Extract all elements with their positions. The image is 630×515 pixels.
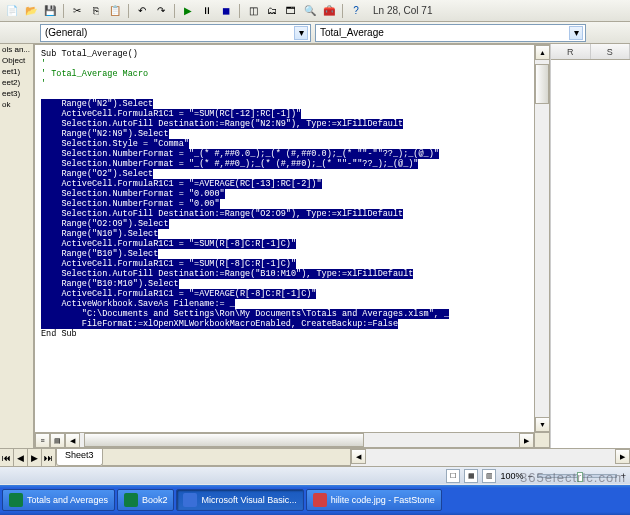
taskbar-item[interactable]: Microsoft Visual Basic... xyxy=(176,489,303,511)
procedure-view-icon[interactable]: ≡ xyxy=(35,433,50,448)
panel-item[interactable]: eet3) xyxy=(0,88,33,99)
design-icon[interactable]: ◫ xyxy=(245,3,261,19)
app-icon xyxy=(183,493,197,507)
code-line[interactable]: Range("B10").Select xyxy=(41,249,543,259)
chevron-down-icon[interactable]: ▾ xyxy=(294,26,308,40)
prev-sheet-icon[interactable]: ◀ xyxy=(14,449,28,466)
redo-icon[interactable]: ↷ xyxy=(153,3,169,19)
separator xyxy=(342,4,343,18)
code-line[interactable]: ActiveCell.FormulaR1C1 = "=AVERAGE(R[-8]… xyxy=(41,289,543,299)
taskbar-item[interactable]: Book2 xyxy=(117,489,175,511)
watermark: 365electric.com xyxy=(520,470,626,485)
panel-item[interactable]: ok xyxy=(0,99,33,110)
code-line[interactable]: ActiveCell.FormulaR1C1 = "=SUM(R[-8]C:R[… xyxy=(41,259,543,269)
code-editor[interactable]: Sub Total_Average()'' Total_Average Macr… xyxy=(35,45,549,343)
chevron-down-icon[interactable]: ▾ xyxy=(569,26,583,40)
code-line[interactable]: Range("O2:O9").Select xyxy=(41,219,543,229)
horizontal-scrollbar[interactable]: ≡ ▤ ◀ ▶ xyxy=(35,432,534,447)
code-line[interactable]: Selection.NumberFormat = "0.000" xyxy=(41,189,543,199)
code-line[interactable]: ActiveCell.FormulaR1C1 = "=SUM(RC[-12]:R… xyxy=(41,109,543,119)
taskbar-item[interactable]: hilite code.jpg - FastStone xyxy=(306,489,442,511)
panel-item[interactable]: ols an... xyxy=(0,44,33,55)
code-line[interactable]: ' xyxy=(41,79,543,89)
open-icon[interactable]: 📂 xyxy=(23,3,39,19)
scroll-down-icon[interactable]: ▼ xyxy=(535,417,550,432)
code-line[interactable]: Range("O2").Select xyxy=(41,169,543,179)
object-dropdown-value: (General) xyxy=(45,27,87,38)
project-explorer-icon[interactable]: 🗂 xyxy=(264,3,280,19)
new-icon[interactable]: 📄 xyxy=(4,3,20,19)
code-line[interactable]: Range("N10").Select xyxy=(41,229,543,239)
next-sheet-icon[interactable]: ▶ xyxy=(28,449,42,466)
taskbar-item-label: hilite code.jpg - FastStone xyxy=(331,495,435,505)
code-line[interactable]: ActiveCell.FormulaR1C1 = "=SUM(R[-8]C:R[… xyxy=(41,239,543,249)
code-line[interactable]: Selection.NumberFormat = "_(* #,##0_);_(… xyxy=(41,159,543,169)
page-layout-view-icon[interactable]: ▦ xyxy=(464,469,478,483)
panel-item[interactable]: Object xyxy=(0,55,33,66)
code-line[interactable]: ' xyxy=(41,59,543,69)
panel-item[interactable]: eet1) xyxy=(0,66,33,77)
normal-view-icon[interactable]: ☐ xyxy=(446,469,460,483)
code-line[interactable]: Range("B10:M10").Select xyxy=(41,279,543,289)
scroll-right-icon[interactable]: ▶ xyxy=(519,433,534,448)
vertical-scrollbar[interactable]: ▲ ▼ xyxy=(534,45,549,432)
panel-item[interactable]: eet2) xyxy=(0,77,33,88)
code-line[interactable]: Selection.AutoFill Destination:=Range("O… xyxy=(41,209,543,219)
taskbar-item[interactable]: Totals and Averages xyxy=(2,489,115,511)
full-module-view-icon[interactable]: ▤ xyxy=(50,433,65,448)
main-toolbar: 📄 📂 💾 ✂ ⎘ 📋 ↶ ↷ ▶ ⏸ ◼ ◫ 🗂 🗔 🔍 🧰 ? Ln 28,… xyxy=(0,0,630,22)
scroll-up-icon[interactable]: ▲ xyxy=(535,45,550,60)
app-icon xyxy=(124,493,138,507)
code-line[interactable]: Range("N2:N9").Select xyxy=(41,129,543,139)
taskbar-item-label: Microsoft Visual Basic... xyxy=(201,495,296,505)
first-sheet-icon[interactable]: ⏮ xyxy=(0,449,14,466)
procedure-dropdown-value: Total_Average xyxy=(320,27,384,38)
scroll-track[interactable] xyxy=(535,60,549,417)
help-icon[interactable]: ? xyxy=(348,3,364,19)
run-icon[interactable]: ▶ xyxy=(180,3,196,19)
procedure-dropdown[interactable]: Total_Average ▾ xyxy=(315,24,586,42)
sheet-hscroll[interactable]: ◀ ▶ xyxy=(350,449,630,466)
sheet-tab[interactable]: Sheet3 xyxy=(56,449,103,466)
copy-icon[interactable]: ⎘ xyxy=(88,3,104,19)
toolbox-icon[interactable]: 🧰 xyxy=(321,3,337,19)
page-break-view-icon[interactable]: ▥ xyxy=(482,469,496,483)
code-line[interactable]: FileFormat:=xlOpenXMLWorkbookMacroEnable… xyxy=(41,319,543,329)
last-sheet-icon[interactable]: ⏭ xyxy=(42,449,56,466)
cut-icon[interactable]: ✂ xyxy=(69,3,85,19)
scroll-thumb[interactable] xyxy=(535,64,549,104)
scroll-corner xyxy=(534,432,549,447)
paste-icon[interactable]: 📋 xyxy=(107,3,123,19)
code-line[interactable]: Selection.AutoFill Destination:=Range("B… xyxy=(41,269,543,279)
object-dropdown[interactable]: (General) ▾ xyxy=(40,24,311,42)
undo-icon[interactable]: ↶ xyxy=(134,3,150,19)
worksheet-area[interactable]: R S xyxy=(550,44,630,448)
code-line[interactable]: Range("N2").Select xyxy=(41,99,543,109)
code-line[interactable] xyxy=(41,89,543,99)
code-line[interactable]: End Sub xyxy=(41,329,543,339)
code-line[interactable]: Selection.Style = "Comma" xyxy=(41,139,543,149)
properties-icon[interactable]: 🗔 xyxy=(283,3,299,19)
scroll-track[interactable] xyxy=(80,433,519,447)
code-line[interactable]: "C:\Documents and Settings\Ron\My Docume… xyxy=(41,309,543,319)
code-line[interactable]: ' Total_Average Macro xyxy=(41,69,543,79)
code-line[interactable]: ActiveWorkbook.SaveAs Filename:= _ xyxy=(41,299,543,309)
code-line[interactable]: Selection.NumberFormat = "0.00" xyxy=(41,199,543,209)
column-header[interactable]: S xyxy=(591,44,631,59)
scroll-track[interactable] xyxy=(366,449,615,466)
project-explorer[interactable]: ols an... Object eet1) eet2) eet3) ok xyxy=(0,44,34,448)
sheet-tab-bar: ⏮ ◀ ▶ ⏭ Sheet3 ◀ ▶ xyxy=(0,448,630,466)
code-line[interactable]: Sub Total_Average() xyxy=(41,49,543,59)
scroll-thumb[interactable] xyxy=(84,433,364,447)
object-browser-icon[interactable]: 🔍 xyxy=(302,3,318,19)
code-line[interactable]: ActiveCell.FormulaR1C1 = "=AVERAGE(RC[-1… xyxy=(41,179,543,189)
break-icon[interactable]: ⏸ xyxy=(199,3,215,19)
scroll-left-icon[interactable]: ◀ xyxy=(351,449,366,464)
save-icon[interactable]: 💾 xyxy=(42,3,58,19)
scroll-right-icon[interactable]: ▶ xyxy=(615,449,630,464)
scroll-left-icon[interactable]: ◀ xyxy=(65,433,80,448)
code-line[interactable]: Selection.AutoFill Destination:=Range("N… xyxy=(41,119,543,129)
code-line[interactable]: Selection.NumberFormat = "_(* #,##0.0_);… xyxy=(41,149,543,159)
column-header[interactable]: R xyxy=(551,44,591,59)
reset-icon[interactable]: ◼ xyxy=(218,3,234,19)
